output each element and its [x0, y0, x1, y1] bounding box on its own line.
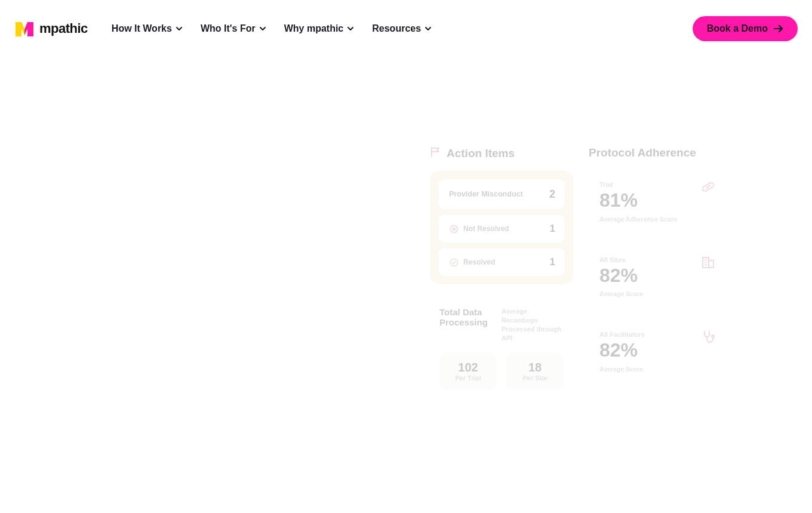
action-label-text: Not Resolved	[463, 225, 509, 233]
stat-caption: Per Site	[523, 374, 548, 382]
protocol-sub: Average Score	[599, 365, 643, 373]
stat-value: 18	[528, 361, 542, 374]
nav-item-how-it-works[interactable]: How It Works	[112, 23, 183, 34]
nav-item-resources[interactable]: Resources	[372, 23, 432, 34]
nav-item-who-its-for[interactable]: Who It's For	[201, 23, 266, 34]
protocol-card-all-facilitators: All Facilitators 82% Average Score	[589, 320, 726, 383]
nav-label: Who It's For	[201, 23, 256, 34]
protocol-sub: Average Adherence Score	[599, 216, 677, 223]
action-row-resolved: Resolved 1	[438, 248, 565, 276]
svg-rect-5	[709, 260, 713, 268]
flag-icon	[430, 146, 441, 160]
brand-wordmark: mpathic	[39, 21, 88, 36]
x-circle-icon	[449, 224, 459, 234]
protocol-value: 82%	[599, 266, 715, 286]
total-data-processing-card: Total Data Processing Average Recordings…	[430, 297, 573, 400]
tdp-stat-per-trial: 102 Per Trial	[439, 353, 497, 389]
svg-point-9	[712, 335, 714, 337]
nav-label: Resources	[372, 23, 421, 34]
action-value: 2	[549, 188, 555, 201]
pill-icon	[701, 180, 715, 194]
chevron-down-icon	[347, 25, 354, 32]
action-row-not-resolved: Not Resolved 1	[438, 215, 565, 242]
dashboard-preview: Action Items Provider Misconduct 2 Not R…	[430, 146, 734, 400]
action-label-text: Resolved	[463, 258, 495, 266]
building-icon	[701, 255, 715, 269]
protocol-card-all-sites: All Sites 82% Average Score	[589, 245, 726, 309]
action-items-heading: Action Items	[430, 146, 573, 160]
book-a-demo-button[interactable]: Book a Demo	[693, 16, 798, 41]
protocol-label: All Sites	[599, 256, 715, 263]
stat-value: 102	[458, 361, 478, 374]
protocol-adherence-heading: Protocol Adherence	[589, 146, 726, 159]
tdp-subtitle: Average Recordings Processed through API	[502, 307, 564, 342]
section-title: Protocol Adherence	[589, 146, 696, 159]
protocol-value: 81%	[599, 191, 715, 211]
protocol-sub: Average Score	[599, 290, 643, 297]
site-header: mpathic How It Works Who It's For Why mp…	[14, 14, 798, 43]
primary-nav: How It Works Who It's For Why mpathic Re…	[112, 23, 432, 34]
cta-label: Book a Demo	[707, 23, 768, 34]
svg-line-3	[706, 185, 710, 189]
action-label: Provider Misconduct	[449, 190, 523, 198]
stethoscope-icon	[701, 330, 715, 344]
chevron-down-icon	[425, 25, 432, 32]
arrow-right-icon	[774, 24, 783, 33]
action-row-provider-misconduct: Provider Misconduct 2	[438, 179, 565, 209]
tdp-stat-per-site: 18 Per Site	[506, 353, 564, 389]
action-items-card: Provider Misconduct 2 Not Resolved 1 Re	[430, 171, 573, 284]
check-circle-icon	[449, 257, 459, 267]
nav-item-why-mpathic[interactable]: Why mpathic	[284, 23, 355, 34]
action-value: 1	[550, 256, 555, 268]
protocol-value: 82%	[599, 340, 715, 361]
action-value: 1	[550, 223, 555, 235]
chevron-down-icon	[176, 25, 183, 32]
chevron-down-icon	[259, 25, 266, 32]
logo-mark-icon	[14, 19, 35, 39]
protocol-label: Trial	[599, 181, 715, 188]
nav-label: How It Works	[112, 23, 172, 34]
brand-logo[interactable]: mpathic	[14, 19, 88, 39]
stat-caption: Per Trial	[455, 374, 481, 382]
tdp-title: Total Data Processing	[439, 307, 493, 342]
protocol-label: All Facilitators	[599, 331, 715, 338]
section-title: Action Items	[447, 147, 515, 160]
protocol-card-trial: Trial 81% Average Adherence Score	[589, 170, 726, 234]
nav-label: Why mpathic	[284, 23, 344, 34]
